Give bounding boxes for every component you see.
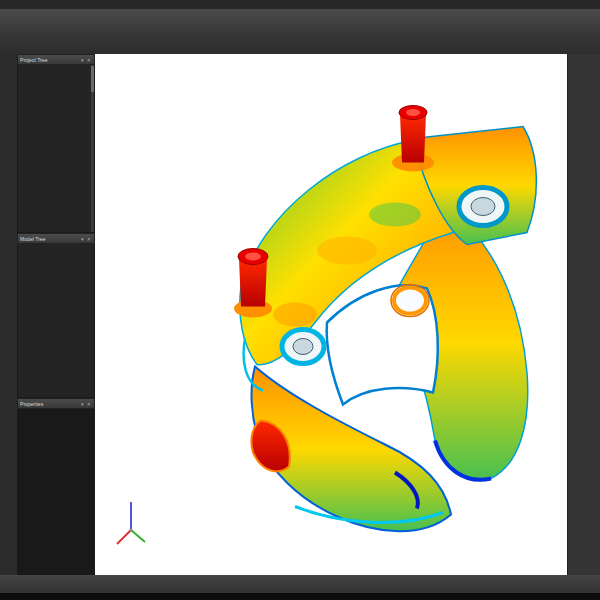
left-panel-stack: Project Tree ▾ ✕ Model Tree ▾ ✕ Properti… bbox=[17, 54, 95, 575]
model-tree-title-bar[interactable]: Model Tree ▾ ✕ bbox=[17, 233, 95, 244]
status-bar bbox=[0, 575, 600, 593]
deviation-color-scale bbox=[530, 66, 562, 563]
left-dock-strip bbox=[0, 54, 17, 600]
panel-menu-close-icons[interactable]: ▾ ✕ bbox=[81, 236, 92, 242]
project-tree-title-bar[interactable]: Project Tree ▾ ✕ bbox=[17, 54, 95, 65]
measure-tool-strip bbox=[567, 54, 600, 575]
properties-panel: Properties ▾ ✕ bbox=[17, 398, 95, 575]
model-tree-title: Model Tree bbox=[20, 236, 46, 241]
application-window: Project Tree ▾ ✕ Model Tree ▾ ✕ Properti… bbox=[0, 0, 600, 600]
properties-title-bar[interactable]: Properties ▾ ✕ bbox=[17, 398, 95, 409]
orientation-triad bbox=[109, 494, 153, 550]
panel-menu-close-icons[interactable]: ▾ ✕ bbox=[81, 401, 92, 407]
menu-bar bbox=[0, 0, 600, 9]
model-tree-body bbox=[17, 244, 95, 398]
panel-menu-close-icons[interactable]: ▾ ✕ bbox=[81, 57, 92, 63]
project-tree-scrollbar[interactable] bbox=[91, 65, 94, 232]
main-toolbar bbox=[0, 9, 600, 54]
project-tree-body bbox=[17, 65, 95, 233]
properties-title: Properties bbox=[20, 401, 43, 406]
project-tree-title: Project Tree bbox=[20, 57, 48, 62]
bottom-edge bbox=[0, 593, 600, 600]
model-tree-panel: Model Tree ▾ ✕ bbox=[17, 233, 95, 398]
properties-body bbox=[17, 409, 95, 575]
viewport-3d[interactable] bbox=[95, 54, 567, 575]
project-tree-panel: Project Tree ▾ ✕ bbox=[17, 54, 95, 233]
callout-leader-lines bbox=[95, 54, 567, 575]
